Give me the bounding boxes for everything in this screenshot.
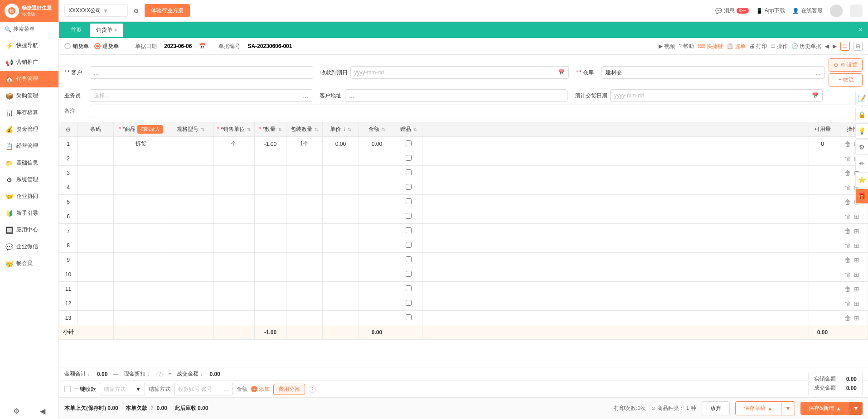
float-star[interactable]: ⭐ [855, 172, 868, 188]
gift-checkbox[interactable] [406, 314, 412, 320]
delete-row-icon[interactable]: 🗑 [844, 155, 851, 162]
logistics-btn[interactable]: + + 物流 [829, 73, 863, 87]
print-btn[interactable]: 🖨 打印 [749, 43, 767, 50]
cell-qty[interactable] [255, 311, 286, 325]
cell-product[interactable] [114, 224, 168, 238]
cell-unit[interactable] [213, 238, 255, 253]
cell-barcode[interactable] [78, 209, 114, 224]
operation-btn[interactable]: ☰ 操作 [771, 43, 788, 50]
sidebar-collapse-icon[interactable]: ◀ [40, 407, 45, 415]
sidebar-item-purchase[interactable]: 📦 采购管理 [0, 87, 58, 104]
gift-checkbox[interactable] [406, 184, 412, 190]
gift-checkbox[interactable] [406, 198, 412, 204]
payment-due-input[interactable]: yyyy-mm-dd 📅 [350, 66, 569, 79]
cell-spec[interactable] [168, 166, 213, 180]
cell-price[interactable] [323, 296, 359, 311]
cell-product[interactable] [114, 311, 168, 325]
discard-btn[interactable]: 放弃 [702, 401, 730, 415]
delete-row-icon[interactable]: 🗑 [844, 285, 851, 293]
history-btn[interactable]: 🕐 历史单据 [791, 43, 821, 50]
cell-qty[interactable] [255, 151, 286, 166]
gift-checkbox[interactable] [406, 242, 412, 248]
cell-qty[interactable]: -1.00 [255, 137, 286, 151]
cell-amount[interactable] [359, 166, 395, 180]
cell-spec[interactable] [168, 253, 213, 267]
cell-price[interactable] [323, 195, 359, 209]
cell-spec[interactable] [168, 296, 213, 311]
cell-amount[interactable]: 0.00 [359, 137, 395, 151]
message-btn[interactable]: 💬 消息 99+ [715, 7, 749, 14]
expense-split-btn[interactable]: 费用分摊 [273, 384, 305, 395]
cell-pkg[interactable] [286, 282, 323, 296]
sidebar-item-operations[interactable]: 📋 经营管理 [0, 138, 58, 154]
calendar-icon[interactable]: 📅 [199, 43, 206, 49]
settings-btn[interactable]: ⚙ ⚙ 设置 [829, 58, 863, 72]
cell-unit[interactable]: 个 [213, 137, 255, 151]
view-mode-list[interactable]: ☰ [840, 42, 850, 51]
gift-checkbox[interactable] [406, 140, 412, 146]
cash-discount-help-icon[interactable]: ? [156, 371, 163, 377]
cell-qty[interactable] [255, 195, 286, 209]
cell-gift[interactable] [395, 282, 422, 296]
cell-pkg[interactable] [286, 253, 323, 267]
cell-unit[interactable] [213, 151, 255, 166]
cell-amount[interactable] [359, 238, 395, 253]
cell-unit[interactable] [213, 166, 255, 180]
sidebar-item-sales[interactable]: 🏠 销售管理 [0, 71, 58, 87]
avatar[interactable] [830, 5, 843, 17]
cell-amount[interactable] [359, 296, 395, 311]
save-new-btn[interactable]: 保存&新增 ▲ [800, 402, 849, 415]
help-btn[interactable]: ? 帮助 [679, 43, 694, 50]
sidebar-item-finance[interactable]: 💰 资金管理 [0, 121, 58, 138]
cell-unit[interactable] [213, 267, 255, 282]
cell-gift[interactable] [395, 224, 422, 238]
copy-row-icon[interactable]: ⊞ [854, 314, 859, 322]
cell-pkg[interactable] [286, 238, 323, 253]
float-lock[interactable]: 🔒 [855, 107, 868, 122]
account-input[interactable]: 收款账号 账号 ... [174, 383, 233, 395]
tab-sales-order[interactable]: 销货单 × [90, 24, 123, 37]
delete-row-icon[interactable]: 🗑 [844, 184, 851, 191]
sidebar-item-wechat[interactable]: 💬 企业微信 [0, 238, 58, 255]
online-service-btn[interactable]: 👤 在线客服 [792, 7, 823, 14]
user-menu[interactable] [850, 5, 863, 17]
radio-return-order[interactable]: 退货单 [94, 43, 119, 50]
radio-sales-order[interactable]: 销货单 [64, 43, 89, 50]
cell-barcode[interactable] [78, 282, 114, 296]
cell-product[interactable] [114, 166, 168, 180]
cell-qty[interactable] [255, 224, 286, 238]
tab-close-icon[interactable]: × [114, 28, 117, 33]
shortcut-btn[interactable]: ⌨ 快捷键 [698, 43, 723, 50]
cell-pkg[interactable] [286, 311, 323, 325]
cell-pkg[interactable] [286, 151, 323, 166]
gift-checkbox[interactable] [406, 285, 412, 291]
float-gift[interactable]: 🎁 [855, 188, 868, 204]
cell-pkg[interactable] [286, 166, 323, 180]
cell-gift[interactable] [395, 311, 422, 325]
cell-amount[interactable] [359, 195, 395, 209]
sidebar-item-apps[interactable]: 🔲 应用中心 [0, 222, 58, 238]
salesperson-input[interactable]: 选择... ... [90, 89, 312, 102]
cell-spec[interactable] [168, 282, 213, 296]
cell-price[interactable] [323, 224, 359, 238]
gift-checkbox[interactable] [406, 300, 412, 306]
cell-barcode[interactable] [78, 137, 114, 151]
cell-qty[interactable] [255, 209, 286, 224]
remarks-input[interactable] [90, 105, 863, 117]
cell-product[interactable] [114, 296, 168, 311]
cell-unit[interactable] [213, 180, 255, 195]
payment-method-select[interactable]: 结算方式 ▼ [100, 383, 145, 395]
cell-product[interactable] [114, 253, 168, 267]
cell-unit[interactable] [213, 195, 255, 209]
table-gear-btn[interactable]: ⚙ [65, 126, 71, 133]
delete-row-icon[interactable]: 🗑 [844, 169, 851, 177]
delete-row-icon[interactable]: 🗑 [844, 271, 851, 278]
cell-pkg[interactable] [286, 180, 323, 195]
delete-row-icon[interactable]: 🗑 [844, 140, 851, 148]
cell-qty[interactable] [255, 238, 286, 253]
sidebar-item-basics[interactable]: 📁 基础信息 [0, 154, 58, 171]
scan-btn[interactable]: 扫码录入 [137, 125, 163, 134]
sidebar-settings-icon[interactable]: ⚙ [13, 407, 19, 415]
delete-row-icon[interactable]: 🗑 [844, 198, 851, 206]
cell-barcode[interactable] [78, 296, 114, 311]
